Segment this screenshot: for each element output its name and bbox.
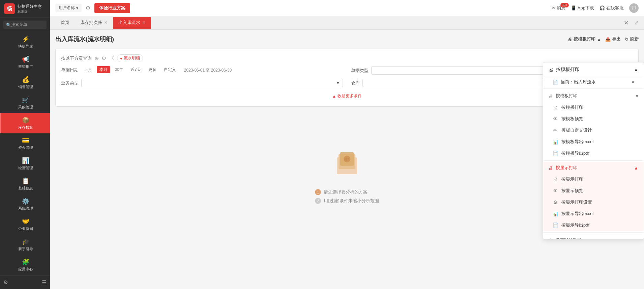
dropdown-item-template-custom[interactable]: ✏ 模板自定义设计 (543, 125, 644, 136)
operations-label: 经营管理 (18, 165, 33, 170)
filter-flow-tag[interactable]: ● 流水明细 (117, 54, 143, 62)
logo-badge: 标准版 (18, 9, 42, 14)
tab-flow[interactable]: 出入库流水 ✕ (113, 17, 151, 29)
tabbar: 首页 库存批次账 ✕ 出入库流水 ✕ ✕ ⤢ (50, 16, 644, 30)
filter-add-btn[interactable]: ⊕ (94, 55, 99, 61)
basic-icon: 📋 (22, 177, 29, 185)
dropdown-item-display-export-pdf[interactable]: 📄 按显示导出pdf (543, 219, 644, 231)
sidebar-nav: ⚡ 快捷导航 📢 营销推广 💰 销售管理 🛒 采购管理 📦 库存核算 💳 资金管… (0, 32, 50, 275)
dropdown-footer[interactable]: ⚙ 设置默认功能 ▾ (543, 234, 644, 239)
page-title: 出入库流水(流水明细) (55, 35, 114, 43)
empty-tip-2: 2 用[过滤]条件来缩小分析范围 (315, 196, 379, 205)
guide-icon: 🎓 (22, 238, 29, 245)
sidebar-item-corp[interactable]: 🤝 企业协同 (0, 214, 50, 235)
tip-num-1: 1 (315, 189, 321, 195)
system-label: 系统管理 (18, 206, 33, 211)
main-area: 用户名称 ▾ ⚙ 体验行业方案 ✉ 消息 99+ 📱 App下载 🎧 在线客服 … (50, 0, 644, 289)
dropdown-title: 按模板打印 (556, 67, 580, 73)
sidebar-item-guide[interactable]: 🎓 新手引导 (0, 235, 50, 255)
date-this-year-btn[interactable]: 本年 (112, 66, 126, 73)
display-export-pdf-label: 按显示导出pdf (561, 222, 589, 228)
sidebar-item-inventory[interactable]: 📦 库存核算 (0, 113, 50, 133)
sidebar-item-operations[interactable]: 📊 经营管理 (0, 154, 50, 174)
sales-label: 销售管理 (18, 84, 33, 89)
current-chevron-icon[interactable]: ▾ (632, 80, 634, 85)
chevron-down-icon: ▾ (76, 6, 78, 10)
flow-tag-label: 流水明细 (124, 55, 140, 61)
date-more-btn[interactable]: 更多 (146, 66, 159, 73)
sales-icon: 💰 (22, 76, 29, 83)
date-this-month-btn[interactable]: 本月 (97, 66, 110, 73)
sidebar-item-quick-nav[interactable]: ⚡ 快捷导航 (0, 32, 50, 52)
dropdown-item-display-print-settings[interactable]: ⚙ 按显示打印设置 (543, 196, 644, 208)
page-title-actions: 🖨 按模板打印 ▲ 📤 导出 ↻ 刷新 (568, 36, 639, 42)
gear-icon[interactable]: ⚙ (86, 5, 90, 11)
display-section-title-group: 🖨 按显示打印 (549, 165, 578, 171)
dropdown-chevron-up-icon[interactable]: ▲ (634, 67, 638, 72)
empty-tips: 1 请先选择要分析的方案 2 用[过滤]条件来缩小分析范围 (315, 188, 379, 205)
collapse-menu-icon[interactable]: ☰ (42, 279, 47, 286)
sidebar-item-purchase[interactable]: 🛒 采购管理 (0, 93, 50, 113)
warehouse-label: 仓库 (351, 80, 360, 86)
date-last-month-btn[interactable]: 上月 (81, 66, 95, 73)
filter-collapse-btn[interactable]: 《 (109, 55, 114, 62)
display-export-excel-label: 按显示导出excel (561, 211, 593, 217)
sidebar-item-finance[interactable]: 💳 资金管理 (0, 133, 50, 154)
sidebar-search[interactable]: 🔍 搜索菜单 (3, 21, 47, 29)
user-selector[interactable]: 用户名称 ▾ (55, 4, 82, 12)
expand-icon[interactable]: ⤢ (634, 20, 639, 26)
sidebar-item-system[interactable]: ⚙️ 系统管理 (0, 194, 50, 214)
search-icon: 🔍 (6, 23, 11, 27)
refresh-btn[interactable]: ↻ 刷新 (625, 36, 639, 42)
trial-btn[interactable]: 体验行业方案 (94, 3, 130, 13)
dropdown-item-template-print[interactable]: 🖨 按模板打印 (543, 102, 644, 113)
dropdown-header: 🖨 按模板打印 ▲ (543, 62, 644, 77)
app-download-label: App下载 (578, 5, 594, 11)
date-custom-btn[interactable]: 自定义 (161, 66, 179, 73)
tab-home[interactable]: 首页 (55, 17, 75, 29)
close-main-icon[interactable]: ✕ (624, 19, 629, 27)
message-badge: 99+ (560, 3, 569, 7)
online-service-btn[interactable]: 🎧 在线客服 (599, 5, 624, 11)
dropdown-item-display-print[interactable]: 🖨 按显示打印 (543, 174, 644, 185)
display-section-chevron-icon[interactable]: ▲ (634, 165, 638, 170)
refresh-label: 刷新 (630, 36, 639, 42)
dropdown-item-display-export-excel[interactable]: 📊 按显示导出excel (543, 208, 644, 219)
sidebar-item-marketing[interactable]: 📢 营销推广 (0, 52, 50, 73)
dropdown-item-display-preview[interactable]: 👁 按显示预览 (543, 185, 644, 196)
display-print-header-icon: 🖨 (549, 165, 553, 170)
template-print-item-label: 按模板打印 (561, 104, 583, 110)
date-7days-btn[interactable]: 近7天 (128, 66, 144, 73)
display-print-section-header[interactable]: 🖨 按显示打印 ▲ (543, 162, 644, 174)
sidebar-item-appstore[interactable]: 🧩 应用中心 (0, 255, 50, 275)
sidebar-item-sales[interactable]: 💰 销售管理 (0, 73, 50, 93)
template-section-chevron-icon[interactable]: ▾ (636, 94, 638, 99)
divider-1 (543, 88, 644, 89)
tab-flow-close[interactable]: ✕ (142, 20, 146, 25)
finance-label: 资金管理 (18, 145, 33, 150)
tab-batch-ledger-label: 库存批次账 (80, 20, 102, 26)
biz-type-select[interactable]: ▾ (81, 79, 343, 87)
message-btn[interactable]: ✉ 消息 99+ (552, 5, 565, 11)
dropdown-item-template-preview[interactable]: 👁 按模板预览 (543, 113, 644, 125)
settings-icon[interactable]: ⚙ (3, 279, 8, 286)
tip-text-2: 用[过滤]条件来缩小分析范围 (324, 196, 379, 205)
avatar[interactable]: 用 (629, 3, 639, 13)
print-template-btn[interactable]: 🖨 按模板打印 ▲ (568, 36, 601, 42)
tab-batch-ledger-close[interactable]: ✕ (104, 20, 108, 25)
tab-batch-ledger[interactable]: 库存批次账 ✕ (75, 17, 113, 29)
logo-text: 畅捷通好生意 标准版 (18, 4, 42, 14)
sidebar-item-basic[interactable]: 📋 基础信息 (0, 174, 50, 194)
filter-settings-btn[interactable]: ⚙ (101, 55, 106, 61)
inventory-icon: 📦 (22, 116, 29, 124)
dropdown-scroll: 📄 当前：出入库流水 ▾ 🖨 按模板打印 ▾ 🖨 按模板打印 (543, 77, 644, 239)
default-chevron-icon[interactable]: ▾ (636, 238, 638, 239)
template-print-section-header[interactable]: 🖨 按模板打印 ▾ (543, 90, 644, 102)
search-label: 搜索菜单 (11, 22, 27, 28)
export-btn[interactable]: 📤 导出 (605, 36, 621, 42)
display-section-label: 按显示打印 (556, 165, 578, 171)
display-preview-item-icon: 👁 (553, 188, 558, 193)
dropdown-item-template-export-excel[interactable]: 📊 按模板导出excel (543, 136, 644, 148)
app-download-btn[interactable]: 📱 App下载 (571, 5, 594, 11)
dropdown-item-template-export-pdf[interactable]: 📄 按模板导出pdf (543, 148, 644, 159)
